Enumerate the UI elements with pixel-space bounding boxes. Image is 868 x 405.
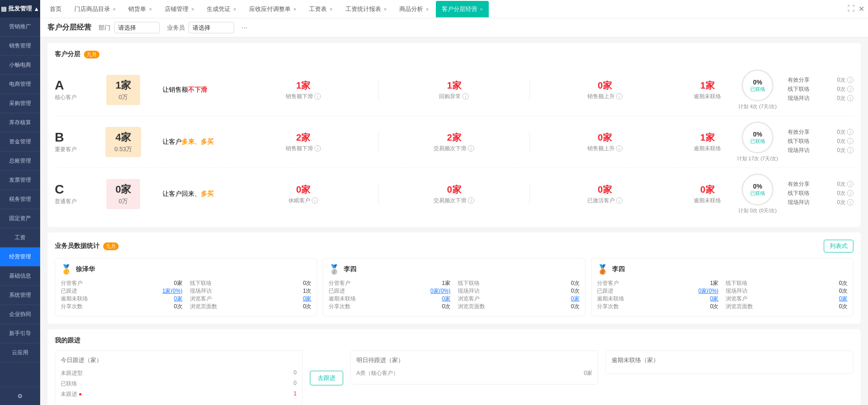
tab-close-icon[interactable]: × (384, 6, 387, 12)
staff-stat-val[interactable]: 0家 (442, 295, 450, 303)
tab-客户分层经营[interactable]: 客户分层经营× (436, 1, 489, 17)
staff-stat-val[interactable]: 0家(0%) (430, 287, 450, 295)
info-icon[interactable]: i (462, 93, 469, 100)
sidebar-item-营销推广[interactable]: 营销推广 (0, 17, 40, 37)
right-stat-label: 线下联络 (788, 137, 810, 145)
today-followup-box: 今日跟进（家） 未跟进型 0 已联络 0 未跟进 ● 1 (55, 350, 303, 405)
staff-name-row: 🥉李四 (597, 264, 847, 275)
right-stat-label: 现场拜访 (788, 147, 810, 154)
sidebar-item-云应用[interactable]: 云应用 (0, 343, 40, 363)
info-icon[interactable]: i (847, 190, 853, 196)
tab-生成凭证[interactable]: 生成凭证× (201, 1, 242, 17)
tab-店铺管理[interactable]: 店铺管理× (159, 1, 200, 17)
sidebar-item-总账管理[interactable]: 总账管理 (0, 152, 40, 171)
info-icon[interactable]: i (847, 95, 853, 101)
staff-stat-val[interactable]: 0家 (303, 295, 312, 303)
followup-label-1: 未跟进型 (61, 369, 83, 377)
overdue-num: 1家 (680, 79, 735, 92)
sidebar-item-企业协同[interactable]: 企业协同 (0, 305, 40, 324)
tab-close-icon[interactable]: × (149, 6, 152, 12)
dept-select[interactable]: 请选择 (114, 22, 160, 33)
sidebar-item-小畅电商[interactable]: 小畅电商 (0, 56, 40, 75)
staff-stat-val[interactable]: 0家(0%) (698, 287, 718, 295)
tab-商品分析[interactable]: 商品分析× (393, 1, 434, 17)
info-icon[interactable]: i (616, 93, 622, 100)
sidebar-item-资金管理[interactable]: 资金管理 (0, 132, 40, 152)
info-icon[interactable]: i (312, 197, 318, 204)
staff-stat-val[interactable]: 0家 (174, 295, 183, 303)
staff-stat-val[interactable]: 0家 (710, 295, 719, 303)
info-icon[interactable]: i (314, 93, 321, 100)
tab-close-icon[interactable]: × (293, 6, 296, 12)
list-view-button[interactable]: 列表式 (824, 240, 853, 252)
stat-num: 0家 (232, 184, 375, 196)
more-button[interactable]: ··· (241, 24, 247, 32)
tab-close-icon[interactable]: × (426, 6, 429, 12)
sidebar-settings[interactable]: ⚙ (0, 387, 40, 405)
info-icon[interactable]: i (616, 145, 622, 152)
tab-close-icon[interactable]: × (480, 6, 483, 12)
staff-stat-val[interactable]: 0家 (571, 295, 580, 303)
tier-row-C: C普通客户0家0万让客户回来、多买0家 休眠客户 i0家 交易频次下滑 i0家 … (55, 168, 853, 220)
stat-num: 1家 (232, 79, 375, 92)
sidebar-item-采购管理[interactable]: 采购管理 (0, 94, 40, 113)
sidebar-item-经营管理[interactable]: 经营管理 (0, 247, 40, 267)
info-icon[interactable]: i (468, 197, 474, 204)
sidebar-item-销售管理[interactable]: 销售管理 (0, 37, 40, 56)
followup-grid: 今日跟进（家） 未跟进型 0 已联络 0 未跟进 ● 1 去跟进 (55, 350, 853, 405)
info-icon[interactable]: i (314, 145, 321, 152)
sidebar-item-库存核算[interactable]: 库存核算 (0, 113, 40, 132)
staff-stat-val[interactable]: 1家(0%) (162, 287, 183, 295)
tier-row-B: B重要客户4家0.53万让客户多来、多买2家 销售额下滑 i2家 交易频次下滑 … (55, 116, 853, 168)
staff-stat-row: 浏览页面数 0次 (726, 303, 847, 310)
staff-stat-row: 现场拜访 0次 (726, 287, 847, 295)
sidebar-item-固定资产[interactable]: 固定资产 (0, 209, 40, 228)
info-icon[interactable]: i (468, 145, 474, 152)
info-icon[interactable]: i (847, 86, 853, 92)
staff-stat-label: 已跟进 (597, 287, 613, 295)
sidebar-item-新手引导[interactable]: 新手引导 (0, 324, 40, 343)
staff-stats-left: 分管客户 1家已跟进 0家(0%)逾期未联络 0家分享次数 0次 (329, 279, 450, 310)
sidebar-item-工资[interactable]: 工资 (0, 228, 40, 247)
staff-stat-val[interactable]: 0家 (839, 295, 847, 303)
right-stat-val: 0次 i (837, 85, 853, 93)
tab-应收应付调整单[interactable]: 应收应付调整单× (243, 1, 302, 17)
sidebar-top[interactable]: ▤ 批发管理 ▲ (0, 0, 40, 17)
info-icon[interactable]: i (847, 199, 853, 205)
tab-close-icon[interactable]: × (113, 6, 115, 12)
tab-maximize-icon[interactable]: ⛶ (847, 5, 855, 13)
followup-section: 我的跟进 今日跟进（家） 未跟进型 0 已联络 0 未跟进 ● 1 (47, 329, 861, 405)
staff-stat-row: 分管客户 1家 (597, 279, 719, 287)
tab-close-icon[interactable]: × (191, 6, 194, 12)
tab-工资表[interactable]: 工资表× (303, 1, 338, 17)
info-icon[interactable]: i (847, 147, 853, 153)
info-icon[interactable]: i (847, 138, 853, 144)
info-icon[interactable]: i (847, 129, 853, 135)
tab-close-all-icon[interactable]: ✕ (858, 5, 864, 13)
right-stat-row: 有效分享0次 i (788, 128, 853, 136)
staff-select[interactable]: 请选择 (188, 22, 234, 33)
tab-close-icon[interactable]: × (329, 6, 332, 12)
info-icon[interactable]: i (616, 197, 622, 204)
info-icon[interactable]: i (847, 77, 853, 83)
goto-followup-button[interactable]: 去跟进 (310, 371, 343, 385)
sidebar-item-电商管理[interactable]: 电商管理 (0, 75, 40, 94)
circle-plan: 计划 17次 (7天/次) (737, 155, 778, 162)
tab-门店商品目录[interactable]: 门店商品目录× (68, 1, 121, 17)
tomorrow-followup-title: 明日待跟进（家） (356, 356, 592, 364)
today-followup-title: 今日跟进（家） (61, 356, 297, 364)
tier-right-stats: 有效分享0次 i线下联络0次 i现场拜访0次 i (780, 180, 853, 208)
staff-stat-label: 分管客户 (329, 279, 350, 287)
sidebar-item-税务管理[interactable]: 税务管理 (0, 190, 40, 209)
tab-close-icon[interactable]: × (233, 6, 236, 12)
info-icon[interactable]: i (847, 181, 853, 187)
tab-工资统计报表[interactable]: 工资统计报表× (340, 1, 392, 17)
tab-首页[interactable]: 首页 (44, 1, 68, 17)
sidebar-item-发票管理[interactable]: 发票管理 (0, 171, 40, 190)
tab-销货单[interactable]: 销货单× (122, 1, 157, 17)
sidebar-item-基础信息[interactable]: 基础信息 (0, 267, 40, 286)
stat-item: 1家 回购异常 i (379, 79, 529, 100)
sidebar-item-系统管理[interactable]: 系统管理 (0, 286, 40, 305)
staff-section-title: 业务员数据统计 (55, 242, 99, 250)
staff-name-row: 🥇徐泽华 (61, 264, 311, 275)
